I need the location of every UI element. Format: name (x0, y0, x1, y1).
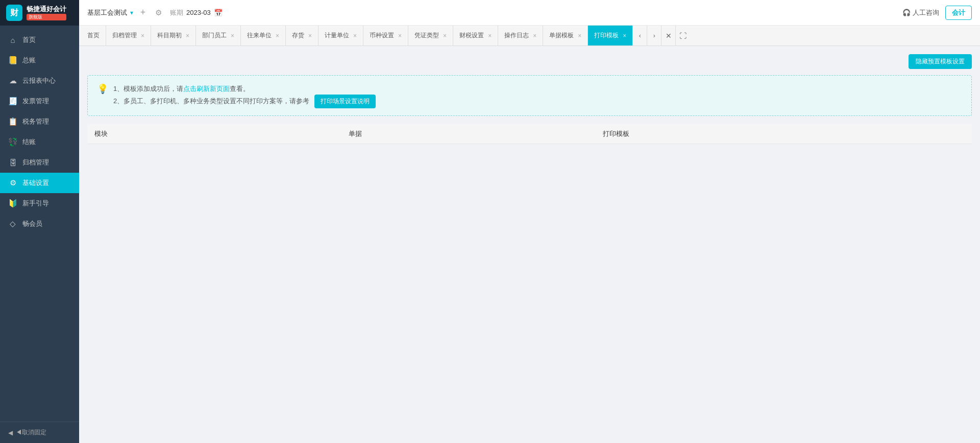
sidebar-label-settle: 结账 (22, 137, 36, 147)
tab-label-subject: 科目期初 (157, 31, 182, 40)
info-line1: 1、模板添加成功后，请点击刷新新页面查看。 (113, 83, 962, 95)
tab-label-print: 打印模板 (594, 31, 619, 40)
logo-badge: 旗舰版 (27, 14, 66, 20)
sidebar-item-tax[interactable]: 📋税务管理 (0, 111, 79, 132)
hide-preview-button[interactable]: 隐藏预置模板设置 (909, 54, 972, 69)
tab-close-voucher[interactable]: × (443, 33, 447, 39)
tab-inventory[interactable]: 存货× (286, 26, 318, 46)
reports-icon: ☁ (8, 76, 17, 85)
refresh-link[interactable]: 点击刷新新页面 (183, 85, 230, 92)
invoice-icon: 🧾 (8, 97, 17, 106)
tab-prev-button[interactable]: ‹ (633, 26, 647, 46)
tab-label-single: 单据模板 (549, 31, 574, 40)
settle-icon: 💱 (8, 137, 17, 147)
col-header-0: 模块 (87, 124, 341, 144)
tab-label-currency: 币种设置 (370, 31, 394, 40)
col-header-1: 单据 (341, 124, 596, 144)
info-line2: 2、多员工、多打印机、多种业务类型设置不同打印方案等，请参考 打印场景设置说明 (113, 95, 962, 108)
sidebar-nav: ⌂首页📒总账☁云报表中心🧾发票管理📋税务管理💱结账🗄归档管理⚙基础设置🔰新手引导… (0, 26, 79, 422)
tab-close-print[interactable]: × (623, 33, 626, 39)
sidebar-footer-label: ◀取消固定 (16, 428, 46, 437)
sidebar-item-home[interactable]: ⌂首页 (0, 30, 79, 50)
tab-close-subject[interactable]: × (186, 33, 189, 39)
tab-subject[interactable]: 科目期初× (151, 26, 196, 46)
sidebar-label-basic: 基础设置 (22, 178, 49, 188)
tab-finance[interactable]: 财税设置× (453, 26, 498, 46)
tab-close-single[interactable]: × (578, 33, 581, 39)
period-display: 账期 2023-03 📅 (170, 8, 223, 17)
period-label: 账期 (170, 8, 183, 17)
tab-oplog[interactable]: 操作日志× (498, 26, 543, 46)
logo-text: 畅捷通好会计 旗舰版 (27, 5, 66, 20)
info-box: 💡 1、模板添加成功后，请点击刷新新页面查看。 2、多员工、多打印机、多种业务类… (87, 75, 972, 116)
sidebar: 财 畅捷通好会计 旗舰版 ⌂首页📒总账☁云报表中心🧾发票管理📋税务管理💱结账🗄归… (0, 0, 79, 443)
period-value: 2023-03 (186, 9, 211, 16)
sidebar-item-basic[interactable]: ⚙基础设置 (0, 173, 79, 193)
tabbar: 首页归档管理×科目期初×部门员工×往来单位×存货×计量单位×币种设置×凭证类型×… (79, 26, 980, 46)
print-guide-button[interactable]: 打印场景设置说明 (314, 95, 376, 108)
archive-icon: 🗄 (8, 158, 17, 167)
tab-close-partner[interactable]: × (276, 33, 279, 39)
topbar-right: 🎧 人工咨询 会计 (902, 6, 972, 20)
tax-icon: 📋 (8, 117, 17, 126)
sidebar-item-ledger[interactable]: 📒总账 (0, 50, 79, 71)
tab-label-home: 首页 (87, 31, 100, 40)
table-header: 模块单据打印模板 (87, 124, 972, 144)
home-icon: ⌂ (8, 36, 17, 44)
tab-close-currency[interactable]: × (398, 33, 402, 39)
ledger-icon: 📒 (8, 56, 17, 65)
tab-print[interactable]: 打印模板× (588, 26, 633, 46)
info-box-content: 1、模板添加成功后，请点击刷新新页面查看。 2、多员工、多打印机、多种业务类型设… (113, 83, 962, 108)
topbar: 基层工会测试 ▾ + ⚙ 账期 2023-03 📅 🎧 人工咨询 会计 (79, 0, 980, 26)
tab-close-archive[interactable]: × (141, 33, 144, 39)
tab-label-inventory: 存货 (292, 31, 304, 40)
sidebar-label-member: 畅会员 (22, 219, 42, 228)
sidebar-unpin[interactable]: ◀ ◀取消固定 (0, 422, 79, 443)
table-header-row: 模块单据打印模板 (87, 124, 972, 144)
guide-icon: 🔰 (8, 199, 17, 208)
content-top-actions: 隐藏预置模板设置 (87, 54, 972, 69)
sidebar-item-member[interactable]: ◇畅会员 (0, 214, 79, 234)
sidebar-item-reports[interactable]: ☁云报表中心 (0, 71, 79, 91)
tab-currency[interactable]: 币种设置× (363, 26, 408, 46)
tab-label-voucher: 凭证类型 (414, 31, 439, 40)
sidebar-label-invoice: 发票管理 (22, 97, 49, 106)
sidebar-item-settle[interactable]: 💱结账 (0, 132, 79, 152)
tab-partner[interactable]: 往来单位× (241, 26, 286, 46)
tab-close-dept[interactable]: × (231, 33, 234, 39)
sidebar-item-archive[interactable]: 🗄归档管理 (0, 152, 79, 173)
company-name: 基层工会测试 ▾ (87, 8, 133, 17)
tab-voucher[interactable]: 凭证类型× (408, 26, 453, 46)
sidebar-label-guide: 新手引导 (22, 199, 49, 208)
sidebar-item-guide[interactable]: 🔰新手引导 (0, 193, 79, 214)
tab-close-unit[interactable]: × (353, 33, 357, 39)
tab-dept[interactable]: 部门员工× (196, 26, 241, 46)
tab-close-oplog[interactable]: × (533, 33, 536, 39)
print-template-table: 模块单据打印模板 (87, 124, 972, 144)
tab-expand-button[interactable]: ⛶ (676, 26, 690, 46)
sidebar-item-invoice[interactable]: 🧾发票管理 (0, 91, 79, 111)
page-content: 隐藏预置模板设置 💡 1、模板添加成功后，请点击刷新新页面查看。 2、多员工、多… (79, 46, 980, 443)
bulb-icon: 💡 (97, 83, 108, 95)
tab-label-dept: 部门员工 (202, 31, 227, 40)
user-role-button[interactable]: 会计 (945, 6, 972, 20)
tab-next-button[interactable]: › (647, 26, 662, 46)
tab-archive[interactable]: 归档管理× (106, 26, 151, 46)
service-button[interactable]: 🎧 人工咨询 (902, 8, 939, 17)
tab-close-inventory[interactable]: × (308, 33, 312, 39)
member-icon: ◇ (8, 219, 17, 228)
settings-button[interactable]: ⚙ (153, 7, 164, 18)
tab-single[interactable]: 单据模板× (543, 26, 588, 46)
tab-home[interactable]: 首页 (81, 26, 106, 46)
sidebar-label-home: 首页 (22, 35, 36, 44)
tab-close-finance[interactable]: × (488, 33, 492, 39)
headset-icon: 🎧 (902, 9, 911, 16)
sidebar-label-ledger: 总账 (22, 56, 36, 65)
logo-title: 畅捷通好会计 (27, 5, 66, 13)
company-dropdown-icon[interactable]: ▾ (130, 9, 133, 16)
tab-close-all-button[interactable]: ✕ (662, 26, 676, 46)
tab-unit[interactable]: 计量单位× (318, 26, 363, 46)
calendar-icon[interactable]: 📅 (214, 9, 223, 17)
tab-label-partner: 往来单位 (247, 31, 272, 40)
add-tab-button[interactable]: + (137, 7, 149, 18)
